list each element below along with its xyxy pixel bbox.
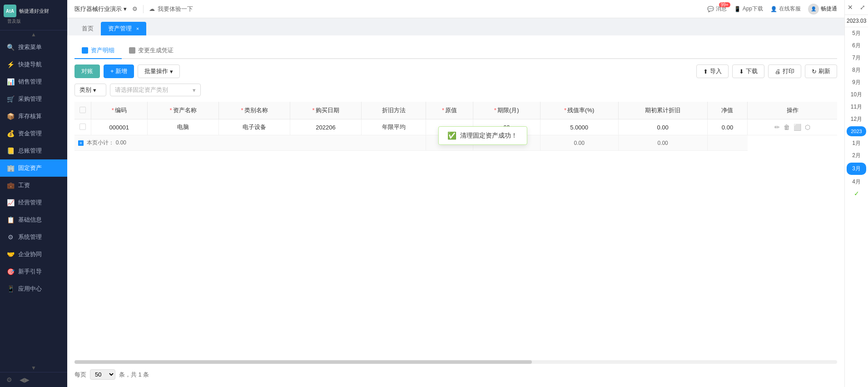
topbar-right: 💬 消息 99+ 📱 App下载 👤 在线客服 👤 畅捷通 — [707, 4, 837, 15]
batch-dropdown-icon: ▾ — [170, 68, 173, 75]
copy-icon[interactable]: ⬜ — [794, 124, 801, 131]
year-label: 2023.03 — [845, 15, 868, 27]
download-btn[interactable]: ⬇ 下载 — [732, 64, 764, 78]
account-btn[interactable]: 对账 — [74, 64, 100, 78]
row-checkbox[interactable] — [79, 124, 86, 130]
sidebar-item-basic-info[interactable]: 📋基础信息 — [0, 211, 67, 228]
edit-icon[interactable]: ✏ — [774, 124, 780, 131]
more-icon[interactable]: ⬡ — [805, 124, 810, 131]
month-item[interactable]: 1月 — [845, 137, 868, 149]
month-item[interactable]: 9月 — [845, 76, 868, 89]
sidebar-item-ledger[interactable]: 📒总账管理 — [0, 142, 67, 159]
user-menu[interactable]: 👤 畅捷通 — [808, 4, 837, 15]
sidebar-nav: 🔍搜索菜单⚡快捷导航📊销售管理🛒采购管理📦库存核算💰资金管理📒总账管理🏢固定资产… — [0, 39, 67, 364]
col-depreciation: 折旧方法 — [361, 102, 426, 119]
delete-icon[interactable]: 🗑 — [784, 124, 790, 131]
month-item[interactable]: 6月 — [845, 40, 868, 52]
month-item[interactable]: 12月 — [845, 113, 868, 125]
month-item[interactable]: 2023 — [847, 126, 866, 136]
cell-initial-accum: 0.00 — [618, 119, 707, 135]
nav-label-enterprise: 企业协同 — [18, 250, 42, 258]
sidebar-item-payroll[interactable]: 💼工资 — [0, 177, 67, 194]
sales-icon: 📊 — [6, 78, 15, 86]
user-avatar: 👤 — [808, 4, 819, 15]
col-net-value: 净值 — [707, 102, 748, 119]
month-item[interactable]: 5月 — [845, 27, 868, 40]
capital-icon: 💰 — [6, 129, 15, 138]
col-residual-rate: *残值率(%) — [540, 102, 618, 119]
payroll-icon: 💼 — [6, 181, 15, 189]
import-btn[interactable]: ⬆ 导入 — [696, 64, 729, 78]
month-check-icon[interactable]: ✓ — [845, 188, 868, 199]
sidebar-scroll-up[interactable]: ▲ — [0, 30, 67, 39]
nav-label-search: 搜索菜单 — [18, 43, 42, 51]
collapse-icon[interactable]: ◀▶ — [20, 376, 30, 383]
topbar-divider — [143, 5, 144, 13]
panel-expand-icon[interactable]: ⤢ — [860, 4, 865, 11]
cell-action: ✏ 🗑 ⬜ ⬡ — [748, 119, 837, 135]
col-name: *资产名称 — [148, 102, 219, 119]
inventory-icon: 📦 — [6, 112, 15, 120]
logo-text: 畅捷通好业财 — [19, 8, 49, 14]
nav-label-guide: 新手引导 — [18, 268, 42, 276]
sidebar-item-guide[interactable]: 🎯新手引导 — [0, 263, 67, 280]
message-icon: 💬 — [707, 6, 714, 12]
sidebar-item-purchase[interactable]: 🛒采购管理 — [0, 90, 67, 108]
category-detail-filter[interactable]: 请选择固定资产类别 ▾ — [110, 84, 201, 96]
company-selector[interactable]: 医疗器械行业演示 ▾ — [74, 5, 127, 13]
new-btn[interactable]: + 新增 — [104, 64, 134, 78]
sidebar-item-sales[interactable]: 📊销售管理 — [0, 73, 67, 90]
sidebar-item-fixed-assets[interactable]: 🏢固定资产 — [0, 159, 67, 177]
tab-close-icon[interactable]: × — [136, 26, 139, 31]
settings-icon[interactable]: ⚙ — [6, 376, 12, 383]
month-item[interactable]: 10月 — [845, 89, 868, 101]
horizontal-scrollbar[interactable] — [74, 360, 837, 364]
sidebar-item-capital[interactable]: 💰资金管理 — [0, 125, 67, 142]
sidebar-item-operation[interactable]: 📈经营管理 — [0, 194, 67, 211]
col-action: 操作 — [748, 102, 837, 119]
month-item[interactable]: 11月 — [845, 101, 868, 113]
per-page-select[interactable]: 50 100 — [90, 369, 115, 380]
panel-close-icon[interactable]: ✕ — [848, 4, 853, 11]
settings-gear-icon[interactable]: ⚙ — [132, 5, 138, 12]
app-download-btn[interactable]: 📱 App下载 — [734, 5, 763, 13]
sidebar-item-system[interactable]: ⚙系统管理 — [0, 228, 67, 246]
tab-asset-management[interactable]: 资产管理 × — [101, 22, 146, 35]
sidebar-header: AtA 畅捷通好业财 普及版 — [0, 0, 67, 30]
category-detail-dropdown-icon: ▾ — [193, 87, 196, 94]
select-all-checkbox[interactable] — [79, 107, 86, 113]
service-btn[interactable]: 👤 在线客服 — [770, 5, 801, 13]
sidebar-logo: AtA 畅捷通好业财 — [4, 5, 64, 17]
message-btn[interactable]: 💬 消息 99+ — [707, 5, 727, 13]
print-btn[interactable]: 🖨 打印 — [768, 64, 801, 78]
sidebar-item-app-center[interactable]: 📱应用中心 — [0, 280, 67, 298]
sidebar-item-enterprise[interactable]: 🤝企业协同 — [0, 246, 67, 263]
sidebar-scroll-down[interactable]: ▼ — [0, 364, 67, 372]
service-icon: 👤 — [770, 6, 777, 12]
sidebar-item-search[interactable]: 🔍搜索菜单 — [0, 39, 67, 56]
toolbar: 对账 + 新增 批量操作 ▾ ⬆ 导入 ⬇ 下载 🖨 打印 — [74, 64, 837, 78]
ledger-icon: 📒 — [6, 147, 15, 155]
tab-home[interactable]: 首页 — [74, 22, 101, 35]
sub-tab-asset-detail[interactable]: 资产明细 — [74, 43, 122, 59]
category-filter[interactable]: 类别 ▾ — [74, 84, 106, 96]
col-purchase-date: *购买日期 — [290, 102, 362, 119]
experience-btn[interactable]: ☁ 我要体验一下 — [149, 5, 193, 13]
subtotal-icon: ≡ — [78, 140, 84, 146]
sidebar-item-inventory[interactable]: 📦库存核算 — [0, 108, 67, 125]
right-panel: ✕ ⤢ 2023.03 5月6月7月8月9月10月11月12月20231月2月3… — [844, 0, 868, 387]
month-item[interactable]: 3月 — [847, 163, 866, 175]
sub-tab-change-voucher[interactable]: 变更生成凭证 — [122, 43, 181, 59]
month-item[interactable]: 2月 — [845, 149, 868, 162]
month-item[interactable]: 7月 — [845, 52, 868, 64]
month-item[interactable]: 4月 — [845, 176, 868, 188]
sidebar-item-quick-nav[interactable]: ⚡快捷导航 — [0, 56, 67, 73]
refresh-btn[interactable]: ↻ 刷新 — [805, 64, 837, 78]
month-item[interactable]: 8月 — [845, 64, 868, 76]
batch-btn[interactable]: 批量操作 ▾ — [138, 64, 180, 78]
search-icon: 🔍 — [6, 43, 15, 51]
enterprise-icon: 🤝 — [6, 250, 15, 258]
main-area: 医疗器械行业演示 ▾ ⚙ ☁ 我要体验一下 💬 消息 99+ 📱 App下载 👤… — [67, 0, 844, 387]
operation-icon: 📈 — [6, 198, 15, 207]
import-icon: ⬆ — [703, 68, 708, 75]
